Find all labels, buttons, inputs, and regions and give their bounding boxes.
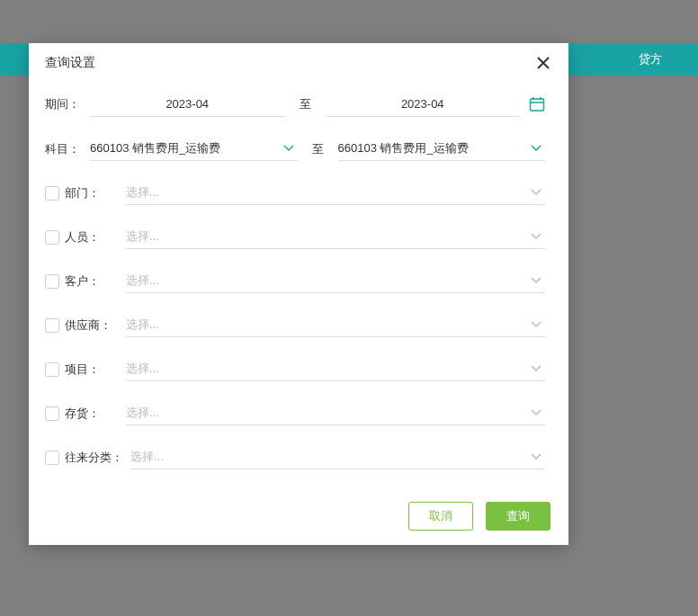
calendar-button[interactable] (529, 96, 545, 112)
chevron-down-icon (280, 142, 298, 155)
calendar-icon (529, 96, 545, 112)
close-button[interactable] (534, 54, 552, 72)
period-to-input[interactable] (326, 92, 521, 117)
modal-header: 查询设置 (29, 43, 568, 83)
filter-placeholder: 选择... (126, 405, 159, 421)
subject-from-select[interactable]: 660103 销售费用_运输费 (90, 137, 298, 161)
filter-select[interactable]: 选择... (126, 357, 545, 381)
filter-placeholder: 选择... (126, 272, 159, 289)
chevron-down-icon (527, 142, 545, 155)
subject-row: 科目： 660103 销售费用_运输费 至 660103 销售费用_运输费 (45, 137, 545, 161)
filter-select[interactable]: 选择... (130, 445, 545, 469)
filter-checkbox[interactable] (45, 230, 59, 245)
cancel-button[interactable]: 取消 (408, 502, 473, 531)
filter-placeholder: 选择... (130, 449, 164, 465)
filter-row: 客户：选择... (45, 269, 545, 293)
filter-checkbox[interactable] (45, 451, 59, 465)
filter-select[interactable]: 选择... (126, 269, 545, 293)
filter-checkbox[interactable] (45, 186, 59, 201)
period-separator: 至 (285, 96, 326, 112)
filter-placeholder: 选择... (126, 184, 159, 201)
filter-label: 项目： (65, 362, 119, 378)
filter-row: 往来分类：选择... (45, 445, 545, 469)
filter-checkbox[interactable] (45, 274, 59, 289)
chevron-down-icon (527, 406, 545, 419)
filter-row: 供应商：选择... (45, 313, 545, 337)
filter-select[interactable]: 选择... (126, 313, 545, 337)
modal-body[interactable]: 期间： 至 科目： 660103 销售费用_运输费 至 660103 销售费用_… (29, 83, 568, 487)
subject-to-select[interactable]: 660103 销售费用_运输费 (338, 137, 546, 161)
chevron-down-icon (527, 318, 545, 331)
filter-placeholder: 选择... (126, 361, 159, 377)
svg-rect-0 (531, 99, 544, 111)
filter-select[interactable]: 选择... (126, 401, 545, 425)
filter-placeholder: 选择... (126, 317, 159, 333)
filter-placeholder: 选择... (126, 228, 159, 245)
subject-from-value: 660103 销售费用_运输费 (90, 140, 220, 156)
chevron-down-icon (527, 451, 545, 463)
filter-checkbox[interactable] (45, 362, 59, 377)
query-settings-modal: 查询设置 期间： 至 科目： 660103 销售费用_运输费 至 (29, 43, 568, 545)
topbar-credit-label: 贷方 (639, 51, 662, 67)
filter-checkbox[interactable] (45, 406, 59, 421)
filter-label: 供应商： (65, 317, 119, 334)
filter-row: 人员：选择... (45, 225, 545, 249)
subject-separator: 至 (298, 141, 338, 157)
filter-label: 人员： (65, 229, 119, 246)
filter-label: 往来分类： (65, 450, 123, 466)
period-from-input[interactable] (90, 92, 285, 117)
filter-row: 存货：选择... (45, 401, 545, 425)
chevron-down-icon (527, 186, 545, 199)
filter-label: 客户： (65, 273, 119, 290)
period-row: 期间： 至 (45, 92, 545, 117)
filter-row: 部门：选择... (45, 181, 545, 205)
filter-row: 项目：选择... (45, 357, 545, 381)
close-icon (537, 57, 550, 69)
period-label: 期间： (45, 96, 90, 112)
modal-footer: 取消 查询 (29, 487, 568, 545)
filter-checkbox[interactable] (45, 318, 59, 333)
subject-label: 科目： (45, 141, 90, 157)
chevron-down-icon (527, 362, 545, 375)
filter-select[interactable]: 选择... (126, 181, 545, 205)
chevron-down-icon (527, 274, 545, 287)
filter-label: 存货： (65, 406, 119, 422)
subject-to-value: 660103 销售费用_运输费 (338, 140, 469, 156)
query-button[interactable]: 查询 (486, 502, 550, 531)
chevron-down-icon (527, 230, 545, 243)
filter-select[interactable]: 选择... (126, 225, 545, 249)
filter-label: 部门： (65, 185, 119, 201)
modal-title: 查询设置 (45, 55, 95, 71)
